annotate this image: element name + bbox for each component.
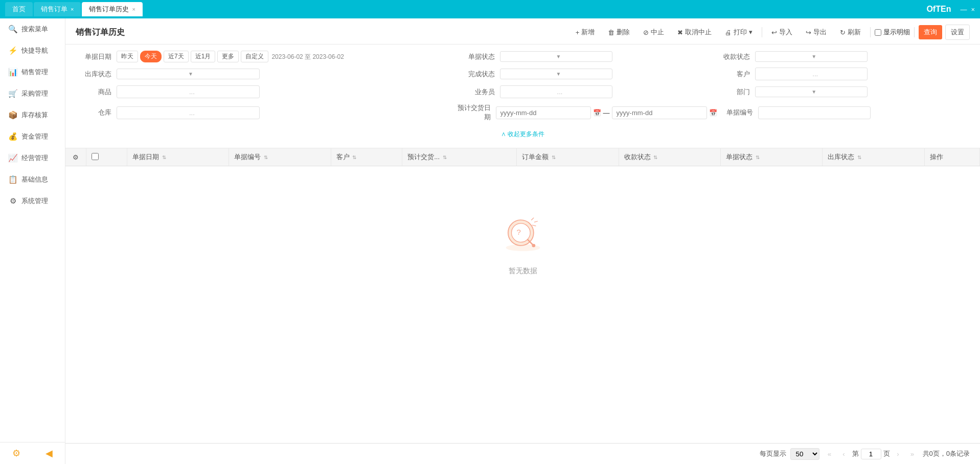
date-filter-value: 昨天 今天 近7天 近1月 更多 自定义 2023-06-02 至 2023-0… — [117, 51, 459, 62]
th-receipt-status-sort: ⇅ — [653, 154, 657, 160]
import-icon: ↩ — [771, 29, 777, 36]
th-delivery-date-label: 预计交货... — [407, 153, 440, 161]
delete-label: 删除 — [617, 28, 630, 37]
date-custom-btn[interactable]: 自定义 — [241, 51, 268, 62]
th-settings[interactable]: ⚙ — [65, 148, 86, 166]
delivery-to-input[interactable] — [612, 106, 707, 119]
th-doc-status[interactable]: 单据状态 ⇅ — [721, 148, 823, 166]
tab-sales-order-history-close[interactable]: × — [132, 6, 135, 12]
date-last7-btn[interactable]: 近7天 — [164, 51, 189, 62]
sidebar-item-search-menu[interactable]: 🔍 搜索菜单 — [0, 18, 65, 40]
cancel-stop-button[interactable]: ✖ 取消中止 — [672, 25, 717, 39]
salesman-select[interactable]: ... — [500, 85, 612, 98]
warehouse-select[interactable]: ... — [117, 106, 260, 119]
window-minimize[interactable]: — — [960, 6, 967, 13]
delete-button[interactable]: 🗑 删除 — [603, 25, 635, 39]
th-delivery-date-sort: ⇅ — [443, 154, 447, 160]
th-customer-label: 客户 — [336, 153, 350, 161]
cancel-stop-icon: ✖ — [677, 29, 683, 36]
receipt-status-col: 收款状态 ▼ — [714, 51, 970, 62]
receipt-status-label: 收款状态 — [714, 52, 755, 61]
th-date-sort: ⇅ — [162, 154, 166, 160]
query-label: 查询 — [924, 28, 937, 37]
sidebar-item-sales-mgmt[interactable]: 📊 销售管理 — [0, 61, 65, 83]
date-yesterday-btn[interactable]: 昨天 — [117, 51, 138, 62]
th-customer[interactable]: 客户 ⇅ — [331, 148, 402, 166]
th-order-no[interactable]: 单据编号 ⇅ — [229, 148, 331, 166]
date-last1m-btn[interactable]: 近1月 — [191, 51, 216, 62]
print-button[interactable]: 🖨 打印 ▾ — [720, 25, 758, 39]
th-doc-status-sort: ⇅ — [756, 154, 760, 160]
th-receipt-status[interactable]: 收款状态 ⇅ — [619, 148, 720, 166]
th-stock-status-sort: ⇅ — [857, 154, 861, 160]
sidebar-item-capital-mgmt[interactable]: 💰 资金管理 — [0, 126, 65, 147]
print-icon: 🖨 — [725, 29, 732, 36]
settings-button[interactable]: 设置 — [945, 25, 970, 40]
sidebar-settings-btn[interactable]: ⚙ — [12, 448, 20, 459]
date-range-text: 2023-06-02 至 2023-06-02 — [271, 53, 344, 61]
dept-col: 部门 ▼ — [714, 86, 970, 97]
th-stock-status[interactable]: 出库状态 ⇅ — [823, 148, 924, 166]
stock-out-select[interactable]: ▼ — [117, 69, 260, 79]
product-dots[interactable]: ... — [189, 88, 255, 96]
query-button[interactable]: 查询 — [919, 25, 942, 39]
sidebar-item-inventory[interactable]: 📦 库存核算 — [0, 104, 65, 126]
sidebar-item-sys-mgmt[interactable]: ⚙ 系统管理 — [0, 190, 65, 212]
settings-cog-icon[interactable]: ⚙ — [73, 153, 79, 161]
calendar-from-icon[interactable]: 📅 — [593, 109, 601, 117]
th-customer-sort: ⇅ — [352, 154, 356, 160]
page-number-input[interactable] — [861, 449, 881, 459]
show-detail-checkbox[interactable] — [875, 29, 881, 36]
sidebar-item-purchase-mgmt-label: 采购管理 — [21, 89, 48, 98]
show-detail-checkbox-label[interactable]: 显示明细 — [875, 28, 910, 37]
product-select[interactable]: ... — [117, 85, 260, 98]
top-right-controls: OfTEn — × — [926, 5, 975, 14]
tab-sales-order-history[interactable]: 销售订单历史 × — [82, 2, 142, 16]
th-date[interactable]: 单据日期 ⇅ — [127, 148, 229, 166]
collapse-bar[interactable]: ∧ 收起更多条件 — [76, 127, 970, 142]
calendar-to-icon[interactable]: 📅 — [709, 109, 717, 117]
date-more-btn[interactable]: 更多 — [217, 51, 239, 62]
select-all-checkbox[interactable] — [92, 153, 99, 160]
dept-select[interactable]: ▼ — [755, 86, 868, 97]
export-button[interactable]: ↪ 导出 — [801, 25, 832, 39]
salesman-dots[interactable]: ... — [557, 88, 608, 96]
complete-status-select[interactable]: ▼ — [500, 69, 612, 79]
doc-status-select[interactable]: ▼ — [500, 51, 612, 62]
doc-status-arrow: ▼ — [556, 54, 608, 59]
next-page-btn[interactable]: › — [892, 448, 904, 460]
sidebar-item-ops-mgmt[interactable]: 📈 经营管理 — [0, 147, 65, 169]
add-button[interactable]: + 新增 — [571, 25, 600, 39]
sidebar-collapse-btn[interactable]: ◀ — [45, 448, 53, 459]
product-col: 商品 ... — [76, 85, 459, 98]
last-page-btn[interactable]: » — [906, 448, 919, 460]
sidebar-item-quick-nav[interactable]: ⚡ 快捷导航 — [0, 40, 65, 61]
dept-arrow: ▼ — [811, 89, 863, 95]
date-today-btn[interactable]: 今天 — [140, 51, 162, 62]
sidebar-item-base-info[interactable]: 📋 基础信息 — [0, 169, 65, 190]
first-page-btn[interactable]: « — [824, 448, 836, 460]
tab-sales-order[interactable]: 销售订单 × — [34, 2, 81, 16]
th-amount[interactable]: 订单金额 ⇅ — [517, 148, 619, 166]
date-filter-col: 单据日期 昨天 今天 近7天 近1月 更多 自定义 2023-06-02 至 2… — [76, 51, 459, 62]
doc-status-col: 单据状态 ▼ — [459, 51, 715, 62]
customer-dots[interactable]: ... — [812, 70, 863, 78]
window-close[interactable]: × — [971, 6, 975, 13]
product-label: 商品 — [76, 87, 117, 97]
sidebar-item-purchase-mgmt[interactable]: 🛒 采购管理 — [0, 83, 65, 104]
delivery-from-input[interactable] — [496, 106, 591, 119]
refresh-button[interactable]: ↻ 刷新 — [835, 25, 866, 39]
prev-page-btn[interactable]: ‹ — [838, 448, 850, 460]
th-delivery-date[interactable]: 预计交货... ⇅ — [402, 148, 517, 166]
refresh-label: 刷新 — [848, 28, 861, 37]
tab-sales-order-close[interactable]: × — [71, 6, 74, 12]
receipt-status-select[interactable]: ▼ — [755, 51, 868, 62]
warehouse-dots[interactable]: ... — [189, 109, 255, 117]
order-no-input[interactable] — [758, 106, 871, 119]
page-size-select[interactable]: 50 10 20 100 — [790, 448, 819, 460]
export-icon: ↪ — [806, 29, 811, 36]
tab-home[interactable]: 首页 — [5, 2, 33, 16]
customer-select[interactable]: ... — [755, 68, 868, 80]
stop-button[interactable]: ⊘ 中止 — [638, 25, 669, 39]
import-button[interactable]: ↩ 导入 — [766, 25, 797, 39]
